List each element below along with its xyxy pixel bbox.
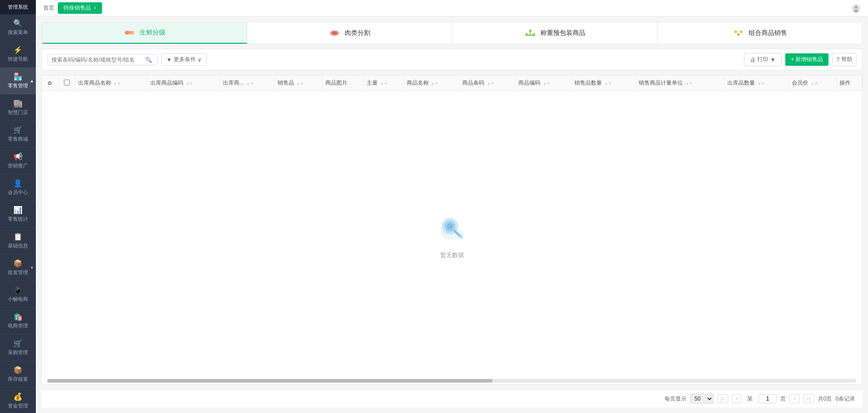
sidebar-item-retailstat[interactable]: 📊 零售统计 — [0, 201, 36, 228]
sidebar-item-retail[interactable]: 🏪 零售管理 ▲ — [0, 68, 36, 94]
th-outcode[interactable]: 出库商品编码 ▲▼ — [148, 75, 220, 91]
new-button[interactable]: + 新增销售品 — [785, 53, 828, 66]
th-saleqty[interactable]: 销售品数量 ▲▼ — [572, 75, 636, 91]
sidebar-item-miniapp[interactable]: 📱 小畅电商 — [0, 281, 36, 308]
marketing-icon: 📢 — [13, 152, 23, 161]
svg-point-7 — [332, 32, 337, 35]
topnav-home-link[interactable]: 首页 — [43, 4, 54, 12]
empty-state-text: 暂无数据 — [440, 251, 464, 259]
th-salesitem[interactable]: 销售品 ▲▼ — [274, 75, 322, 91]
filter-button[interactable]: ▼ 更多条件 ∨ — [161, 53, 207, 66]
sidebar-item-basicinfo[interactable]: 📋 基础信息 — [0, 228, 36, 254]
chevron-icon: ▲ — [30, 79, 34, 83]
search-input[interactable] — [51, 57, 143, 63]
sidebar-item-quicknav[interactable]: ⚡ 快捷导航 — [0, 41, 36, 68]
sort-icon: ▲▼ — [487, 81, 494, 86]
empty-state: 暂无数据 — [42, 91, 862, 377]
user-avatar-icon — [851, 4, 861, 13]
prev-page-btn[interactable]: < — [732, 394, 742, 403]
print-button[interactable]: 🖨 打印 ▼ — [744, 53, 782, 66]
th-checkbox[interactable] — [58, 75, 75, 91]
th-outname[interactable]: 出库商品名称 ▲▼ — [75, 75, 148, 91]
total-pages-label: 共0页 — [818, 395, 832, 403]
retailmall-icon: 🛒 — [13, 126, 23, 134]
sidebar-item-finance[interactable]: 💰 资金管理 — [0, 388, 36, 413]
tab-fresh-label: 生鲜分级 — [140, 29, 165, 37]
chevron-down-icon: ∨ — [198, 57, 202, 63]
svg-point-12 — [533, 33, 535, 35]
th-mainunit-label: 主量 — [367, 80, 378, 86]
toolbar-right: 🖨 打印 ▼ + 新增销售品 ? 帮助 — [744, 53, 857, 66]
sidebar-item-label: 零售商城 — [8, 136, 28, 143]
scale-icon — [524, 29, 537, 38]
sidebar-item-smartshop[interactable]: 🏬 智慧门店 — [0, 94, 36, 121]
print-dropdown-icon: ▼ — [770, 57, 776, 63]
main-area: 首页 特殊销售品 × 生 — [36, 0, 868, 413]
inventory-icon: 📦 — [13, 366, 23, 374]
ecommerce-icon: 🛍️ — [13, 312, 23, 321]
sort-icon: ▲▼ — [431, 81, 438, 86]
search-icon[interactable]: 🔍 — [145, 57, 152, 63]
th-settings[interactable]: ⚙ — [42, 75, 58, 91]
svg-point-1 — [855, 6, 857, 9]
next-page-btn[interactable]: > — [789, 394, 799, 403]
meat-icon — [328, 29, 341, 38]
chevron-down-icon: ▼ — [30, 265, 34, 270]
tab-meat[interactable]: 肉类分割 — [247, 23, 453, 44]
th-memberprice-label: 会员价 — [792, 80, 808, 86]
svg-point-5 — [130, 31, 134, 34]
sort-icon: ▲▼ — [757, 81, 765, 86]
sort-icon: ▲▼ — [380, 81, 388, 86]
th-saleunit[interactable]: 销售商品计量单位 ▲▼ — [636, 75, 725, 91]
sort-icon: ▲▼ — [543, 81, 550, 86]
page-label: 第 — [747, 395, 753, 403]
new-label: + 新增销售品 — [791, 56, 823, 63]
first-page-btn[interactable]: |< — [717, 394, 728, 403]
th-barcode[interactable]: 商品条码 ▲▼ — [460, 75, 516, 91]
sidebar-item-label: 会员中心 — [8, 189, 28, 196]
topnav-current-tab[interactable]: 特殊销售品 × — [58, 2, 102, 14]
th-action-label: 操作 — [840, 80, 851, 86]
th-goodsname[interactable]: 商品名称 ▲▼ — [403, 75, 460, 91]
close-tab-icon[interactable]: × — [94, 6, 96, 11]
last-page-btn[interactable]: >| — [803, 394, 814, 403]
sort-icon: ▲▼ — [685, 81, 692, 86]
svg-point-20 — [460, 235, 463, 239]
select-all-checkbox[interactable] — [64, 80, 70, 86]
sidebar-item-label: 批发管理 — [8, 269, 28, 276]
data-table: ⚙ 出库商品名称 ▲▼ 出库商品编码 ▲▼ — [42, 75, 862, 91]
th-outspec-label: 出库商... — [223, 80, 244, 86]
scrollbar-thumb[interactable] — [47, 379, 493, 383]
th-mainunit[interactable]: 主量 ▲▼ — [364, 75, 403, 91]
sidebar-item-retailmall[interactable]: 🛒 零售商城 — [0, 121, 36, 148]
per-page-select[interactable]: 50 10 20 100 — [690, 394, 714, 404]
tab-fresh[interactable]: 生鲜分级 — [42, 23, 247, 44]
category-tabs: 生鲜分级 肉类分割 — [41, 22, 862, 44]
search-box[interactable]: 🔍 — [47, 54, 158, 65]
sidebar-item-member[interactable]: 👤 会员中心 — [0, 174, 36, 201]
retailstat-icon: 📊 — [13, 206, 23, 214]
horizontal-scrollbar[interactable] — [47, 379, 857, 383]
sidebar-item-search[interactable]: 🔍 搜索菜单 — [0, 14, 36, 41]
sidebar-item-marketing[interactable]: 📢 营销推广 — [0, 148, 36, 174]
th-memberprice[interactable]: 会员价 ▲▼ — [789, 75, 836, 91]
th-outspec[interactable]: 出库商... ▲▼ — [220, 75, 274, 91]
th-goodsname-label: 商品名称 — [407, 80, 429, 86]
topnav: 首页 特殊销售品 × — [36, 0, 868, 17]
th-barcode-label: 商品条码 — [462, 80, 484, 86]
th-outname-label: 出库商品名称 — [78, 80, 111, 86]
sidebar-item-ecommerce[interactable]: 🛍️ 电商管理 — [0, 308, 36, 334]
tab-scale[interactable]: 称重预包装商品 — [452, 23, 658, 44]
sidebar-item-inventory[interactable]: 📦 库存核算 — [0, 361, 36, 388]
th-outqty[interactable]: 出库品数量 ▲▼ — [725, 75, 789, 91]
sidebar-item-wholesale[interactable]: 📦 批发管理 ▼ — [0, 254, 36, 281]
toolbar: 🔍 ▼ 更多条件 ∨ 🖨 打印 ▼ + 新增销售品 ? — [41, 49, 862, 70]
help-button[interactable]: ? 帮助 — [832, 53, 857, 66]
sidebar-item-purchase[interactable]: 🛒 采购管理 — [0, 334, 36, 361]
tab-combo[interactable]: 组合商品销售 — [658, 23, 862, 44]
page-number-input[interactable] — [758, 394, 777, 403]
combo-icon — [732, 29, 745, 38]
table-header-row: ⚙ 出库商品名称 ▲▼ 出库商品编码 ▲▼ — [42, 75, 862, 91]
th-goodscode[interactable]: 商品编码 ▲▼ — [516, 75, 572, 91]
th-outqty-label: 出库品数量 — [727, 80, 755, 86]
